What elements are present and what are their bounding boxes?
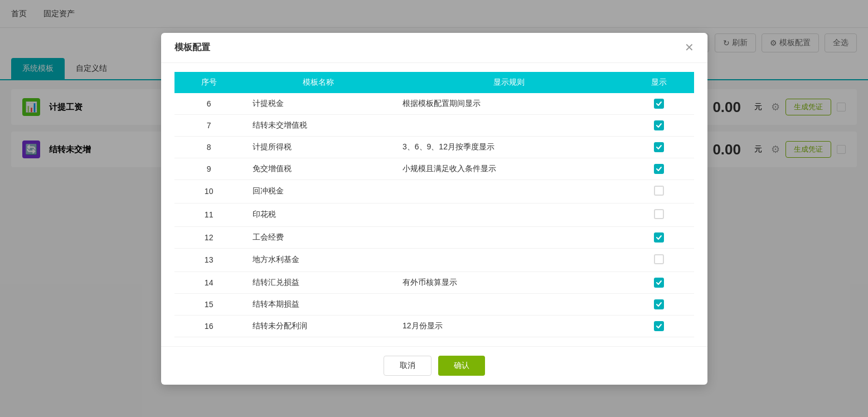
cell-seq-1: 7	[174, 114, 244, 136]
cancel-button[interactable]: 取消	[384, 356, 431, 376]
cell-name-10: 结转未分配利润	[244, 315, 394, 337]
cell-rule-5	[394, 203, 624, 226]
cell-check-1	[624, 114, 694, 136]
cell-seq-4: 10	[174, 180, 244, 203]
checkbox-10[interactable]	[654, 321, 664, 331]
table-row: 9免交增值税小规模且满足收入条件显示	[174, 158, 694, 180]
checkbox-4[interactable]	[654, 186, 664, 196]
table-row: 13地方水利基金	[174, 248, 694, 271]
cell-rule-2: 3、6、9、12月按季度显示	[394, 136, 624, 158]
checkbox-7[interactable]	[654, 254, 664, 264]
cell-rule-3: 小规模且满足收入条件显示	[394, 158, 624, 180]
table-header-row: 序号 模板名称 显示规则 显示	[174, 72, 694, 93]
cell-seq-7: 13	[174, 248, 244, 271]
cell-name-1: 结转未交增值税	[244, 114, 394, 136]
cell-name-2: 计提所得税	[244, 136, 394, 158]
cell-name-8: 结转汇兑损益	[244, 271, 394, 293]
col-header-name: 模板名称	[244, 72, 394, 93]
cell-check-4	[624, 180, 694, 203]
cell-check-2	[624, 136, 694, 158]
cell-name-6: 工会经费	[244, 226, 394, 248]
cell-rule-6	[394, 226, 624, 248]
cell-name-9: 结转本期损益	[244, 293, 394, 315]
cell-rule-7	[394, 248, 624, 271]
table-row: 16结转未分配利润12月份显示	[174, 315, 694, 337]
table-row: 12工会经费	[174, 226, 694, 248]
col-header-rule: 显示规则	[394, 72, 624, 93]
table-row: 14结转汇兑损益有外币核算显示	[174, 271, 694, 293]
table-row: 11印花税	[174, 203, 694, 226]
cell-check-8	[624, 271, 694, 293]
table-row: 8计提所得税3、6、9、12月按季度显示	[174, 136, 694, 158]
table-row: 10回冲税金	[174, 180, 694, 203]
config-table: 序号 模板名称 显示规则 显示 6计提税金根据模板配置期间显示7结转未交增值税8…	[174, 72, 694, 337]
cell-check-3	[624, 158, 694, 180]
modal-template-config: 模板配置 ✕ 序号 模板名称 显示规则 显示 6计提税金根据模板配置期间显示7结…	[161, 33, 707, 385]
cell-check-6	[624, 226, 694, 248]
cell-name-4: 回冲税金	[244, 180, 394, 203]
table-row: 6计提税金根据模板配置期间显示	[174, 93, 694, 115]
cell-rule-9	[394, 293, 624, 315]
cell-rule-4	[394, 180, 624, 203]
cell-name-0: 计提税金	[244, 93, 394, 115]
cell-rule-0: 根据模板配置期间显示	[394, 93, 624, 115]
checkbox-8[interactable]	[654, 278, 664, 288]
cell-seq-3: 9	[174, 158, 244, 180]
cell-check-7	[624, 248, 694, 271]
cell-check-9	[624, 293, 694, 315]
cell-seq-10: 16	[174, 315, 244, 337]
cell-name-7: 地方水利基金	[244, 248, 394, 271]
confirm-button[interactable]: 确认	[438, 356, 485, 376]
cell-seq-2: 8	[174, 136, 244, 158]
cell-name-5: 印花税	[244, 203, 394, 226]
modal-overlay: 模板配置 ✕ 序号 模板名称 显示规则 显示 6计提税金根据模板配置期间显示7结…	[0, 0, 868, 417]
table-row: 7结转未交增值税	[174, 114, 694, 136]
checkbox-1[interactable]	[654, 120, 664, 130]
cell-check-0	[624, 93, 694, 115]
cell-seq-0: 6	[174, 93, 244, 115]
modal-footer: 取消 确认	[161, 346, 707, 385]
modal-title: 模板配置	[174, 42, 210, 54]
cell-rule-10: 12月份显示	[394, 315, 624, 337]
checkbox-9[interactable]	[654, 299, 664, 309]
checkbox-5[interactable]	[654, 209, 664, 219]
cell-rule-8: 有外币核算显示	[394, 271, 624, 293]
cell-seq-8: 14	[174, 271, 244, 293]
col-header-display: 显示	[624, 72, 694, 93]
col-header-seq: 序号	[174, 72, 244, 93]
table-row: 15结转本期损益	[174, 293, 694, 315]
cell-rule-1	[394, 114, 624, 136]
cell-name-3: 免交增值税	[244, 158, 394, 180]
cell-check-10	[624, 315, 694, 337]
modal-close-button[interactable]: ✕	[685, 42, 694, 53]
checkbox-0[interactable]	[654, 99, 664, 109]
checkbox-2[interactable]	[654, 142, 664, 152]
cell-seq-6: 12	[174, 226, 244, 248]
cell-seq-5: 11	[174, 203, 244, 226]
cell-seq-9: 15	[174, 293, 244, 315]
modal-header: 模板配置 ✕	[161, 33, 707, 63]
cell-check-5	[624, 203, 694, 226]
checkbox-6[interactable]	[654, 232, 664, 243]
checkbox-3[interactable]	[654, 164, 664, 174]
modal-body: 序号 模板名称 显示规则 显示 6计提税金根据模板配置期间显示7结转未交增值税8…	[161, 63, 707, 346]
